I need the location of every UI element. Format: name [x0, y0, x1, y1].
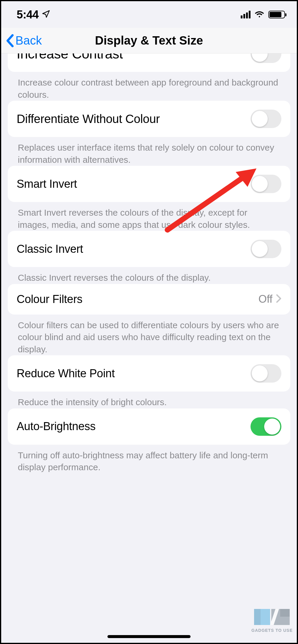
row-smart-invert[interactable]: Smart Invert [8, 166, 290, 202]
row-increase-contrast[interactable]: Increase Contrast [8, 53, 290, 72]
smart-invert-toggle[interactable] [251, 175, 281, 193]
increase-contrast-label: Increase Contrast [17, 53, 123, 62]
reduce-white-point-footer: Reduce the intensity of bright colours. [8, 392, 290, 408]
status-time-text: 5:44 [17, 8, 39, 21]
status-icons [241, 10, 285, 19]
page-title: Display & Text Size [1, 34, 297, 47]
auto-brightness-label: Auto-Brightness [17, 420, 96, 433]
row-reduce-white-point[interactable]: Reduce White Point [8, 355, 290, 392]
increase-contrast-footer: Increase colour contrast between app for… [8, 72, 290, 101]
auto-brightness-footer: Turning off auto-brightness may affect b… [8, 445, 290, 473]
watermark-text: GADGETS TO USE [251, 628, 293, 633]
smart-invert-label: Smart Invert [17, 178, 77, 190]
svg-rect-3 [254, 609, 261, 625]
colour-filters-label: Colour Filters [17, 293, 83, 306]
row-auto-brightness[interactable]: Auto-Brightness [8, 408, 290, 445]
svg-rect-5 [280, 609, 290, 617]
cellular-signal-icon [241, 11, 251, 18]
reduce-white-point-label: Reduce White Point [17, 367, 115, 380]
auto-brightness-toggle[interactable] [251, 417, 281, 436]
location-services-icon [42, 8, 50, 21]
reduce-white-point-toggle[interactable] [251, 364, 281, 383]
wifi-icon [255, 10, 264, 19]
classic-invert-footer: Classic Invert reverses the colours of t… [8, 267, 290, 284]
status-bar: 5:44 [1, 1, 297, 28]
differentiate-footer: Replaces user interface items that rely … [8, 137, 290, 166]
battery-icon [268, 11, 285, 18]
colour-filters-footer: Colour filters can be used to differenti… [8, 315, 290, 356]
home-indicator[interactable] [107, 635, 191, 638]
status-time: 5:44 [17, 8, 50, 21]
back-button[interactable]: Back [5, 34, 42, 47]
differentiate-toggle[interactable] [251, 110, 281, 128]
smart-invert-footer: Smart Invert reverses the colours of the… [8, 202, 290, 231]
nav-header: Back Display & Text Size [1, 28, 297, 53]
increase-contrast-toggle[interactable] [251, 53, 281, 63]
back-label: Back [15, 34, 42, 47]
settings-content[interactable]: Increase Contrast Increase colour contra… [1, 53, 297, 643]
watermark: GADGETS TO USE [251, 606, 293, 633]
differentiate-label: Differentiate Without Colour [17, 112, 160, 126]
chevron-right-icon [276, 294, 281, 304]
classic-invert-label: Classic Invert [17, 243, 83, 255]
classic-invert-toggle[interactable] [251, 240, 281, 258]
row-differentiate-without-colour[interactable]: Differentiate Without Colour [8, 101, 290, 137]
row-colour-filters[interactable]: Colour Filters Off [8, 284, 290, 315]
row-classic-invert[interactable]: Classic Invert [8, 231, 290, 267]
colour-filters-value: Off [259, 293, 272, 305]
